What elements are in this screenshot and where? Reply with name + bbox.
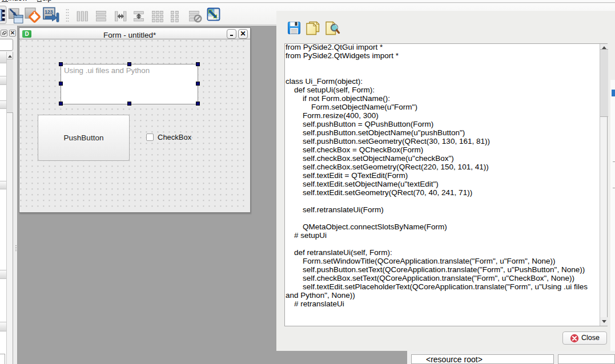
svg-text:123: 123 — [45, 9, 53, 15]
